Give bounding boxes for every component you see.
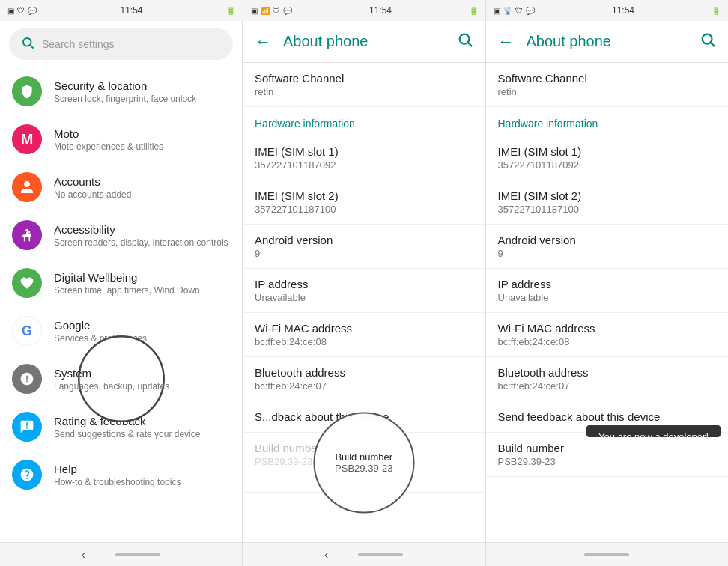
hardware-section-header-right: Hardware information (486, 107, 729, 136)
toast-notification: You are now a developer! (586, 425, 721, 437)
search-placeholder: Search settings (42, 38, 115, 50)
imei1-value-left: 357227101187092 (255, 159, 473, 171)
digital-icon (12, 268, 42, 298)
about-item-imei1-left[interactable]: IMEI (SIM slot 1) 357227101187092 (243, 136, 485, 180)
accessibility-title: Accessibility (54, 223, 230, 236)
about-item-ip-left[interactable]: IP address Unavailable (243, 269, 485, 313)
nav-indicator-about-right (584, 553, 629, 556)
main-content: Search settings Security & location Scre… (0, 21, 728, 566)
android-label-right: Android version (498, 234, 717, 246)
settings-item-system[interactable]: System Languages, backup, updates (0, 355, 242, 403)
software-channel-label-left: Software Channel (255, 72, 473, 85)
help-subtitle: How-to & troubleshooting topics (54, 477, 230, 487)
ip-label-left: IP address (255, 278, 473, 290)
bottom-nav-about-right (486, 542, 729, 566)
back-arrow-about-left[interactable]: ‹ (324, 548, 328, 562)
about-item-android-right[interactable]: Android version 9 (486, 225, 729, 269)
status-icons-right-left: 🔋 (226, 7, 235, 15)
about-item-imei2-right[interactable]: IMEI (SIM slot 2) 357227101187100 (486, 180, 729, 225)
about-panel-left: ← About phone Software Channel retin Har… (243, 21, 486, 566)
back-icon-left[interactable]: ← (255, 32, 271, 52)
accounts-text: Accounts No accounts added (54, 175, 230, 200)
battery-icon: 🔋 (226, 7, 235, 15)
bottom-nav-left: ‹ (0, 542, 242, 566)
svg-line-6 (711, 43, 715, 46)
imei1-value-right: 357227101187092 (498, 159, 717, 171)
about-title-right: About phone (527, 33, 688, 50)
help-icon (12, 460, 42, 490)
about-item-imei1-right[interactable]: IMEI (SIM slot 1) 357227101187092 (486, 136, 729, 180)
settings-item-moto[interactable]: M Moto Moto experiences & utilities (0, 115, 242, 163)
about-item-bluetooth-left[interactable]: Bluetooth address bc:ff:eb:24:ce:07 (243, 357, 485, 401)
settings-item-digital[interactable]: Digital Wellbeing Screen time, app timer… (0, 259, 242, 307)
message3-icon: 💬 (526, 7, 535, 15)
build-circle: Build number PSB29.39-23 (313, 412, 414, 513)
back-icon-right[interactable]: ← (498, 32, 515, 52)
wifi-icon: 📶 (261, 7, 270, 15)
about-item-software-channel-right[interactable]: Software Channel retin (486, 63, 729, 107)
settings-item-help[interactable]: Help How-to & troubleshooting topics (0, 451, 242, 499)
wifi-label-left: Wi-Fi MAC address (255, 322, 473, 335)
imei2-value-left: 357227101187100 (255, 204, 473, 215)
imei2-label-right: IMEI (SIM slot 2) (498, 189, 717, 202)
ip-value-left: Unavailable (255, 292, 473, 303)
settings-item-accessibility[interactable]: Accessibility Screen readers, display, i… (0, 211, 242, 259)
wifi-label-right: Wi-Fi MAC address (498, 322, 717, 335)
search-icon (21, 36, 34, 52)
system-icon (12, 364, 42, 394)
accessibility-text: Accessibility Screen readers, display, i… (54, 223, 230, 248)
sim2-icon: ▣ (251, 7, 258, 15)
about-list-left: Software Channel retin Hardware informat… (243, 63, 485, 542)
about-header-right: ← About phone (486, 21, 729, 63)
search-header-icon-left[interactable] (457, 31, 473, 52)
status-time-right: 11:54 (612, 5, 634, 16)
digital-subtitle: Screen time, app timers, Wind Down (54, 285, 230, 296)
about-item-android-left[interactable]: Android version 9 (243, 225, 485, 269)
svg-point-3 (459, 34, 469, 43)
about-item-wifi-right[interactable]: Wi-Fi MAC address bc:ff:eb:24:ce:08 (486, 313, 729, 357)
bluetooth-value-left: bc:ff:eb:24:ce:07 (255, 380, 473, 392)
about-item-build-right[interactable]: Build number PSB29.39-23 You are now a d… (486, 433, 729, 477)
status-section-right: ▣ 📡 🛡 💬 11:54 🔋 (485, 0, 728, 21)
about-item-software-channel-left[interactable]: Software Channel retin (243, 63, 485, 107)
battery3-icon: 🔋 (712, 7, 721, 15)
message-icon: 💬 (28, 7, 37, 15)
accessibility-subtitle: Screen readers, display, interaction con… (54, 237, 230, 248)
search-bar[interactable]: Search settings (9, 28, 233, 60)
status-time-center: 11:54 (369, 5, 392, 16)
build-circle-label: Build number (335, 451, 392, 463)
about-title-left: About phone (283, 33, 445, 50)
settings-item-security[interactable]: Security & location Screen lock, fingerp… (0, 67, 242, 115)
wifi-value-right: bc:ff:eb:24:ce:08 (498, 336, 717, 347)
search-header-icon-right[interactable] (700, 31, 716, 52)
settings-list: Security & location Screen lock, fingerp… (0, 67, 242, 542)
digital-title: Digital Wellbeing (54, 271, 230, 284)
accessibility-icon (12, 220, 42, 250)
rating-icon (12, 412, 42, 442)
rating-subtitle: Send suggestions & rate your device (54, 429, 230, 439)
svg-line-1 (30, 45, 33, 48)
about-item-wifi-left[interactable]: Wi-Fi MAC address bc:ff:eb:24:ce:08 (243, 313, 485, 357)
about-item-ip-right[interactable]: IP address Unavailable (486, 269, 729, 313)
about-item-bluetooth-right[interactable]: Bluetooth address bc:ff:eb:24:ce:07 (486, 357, 729, 401)
ip-value-right: Unavailable (498, 292, 717, 303)
status-icons-left: ▣ 🛡 💬 (7, 7, 37, 15)
status-section-left: ▣ 🛡 💬 11:54 🔋 (0, 0, 243, 21)
bluetooth-label-left: Bluetooth address (255, 366, 473, 379)
system-title: System (54, 367, 230, 380)
accounts-subtitle: No accounts added (54, 189, 230, 200)
about-item-build-left[interactable]: Build number PSB29.39-23 Build number PS… (243, 433, 485, 493)
status-section-center: ▣ 📶 🛡 💬 11:54 🔋 (243, 0, 485, 21)
imei2-label-left: IMEI (SIM slot 2) (255, 189, 473, 202)
imei2-value-right: 357227101187100 (498, 204, 717, 215)
about-item-imei2-left[interactable]: IMEI (SIM slot 2) 357227101187100 (243, 180, 485, 225)
moto-subtitle: Moto experiences & utilities (54, 142, 230, 152)
about-list-right: Software Channel retin Hardware informat… (486, 63, 729, 542)
svg-point-5 (703, 34, 712, 43)
settings-item-accounts[interactable]: Accounts No accounts added (0, 163, 242, 211)
accounts-title: Accounts (54, 175, 230, 188)
system-text: System Languages, backup, updates (54, 367, 230, 392)
status-icons-right-side: 🔋 (712, 7, 721, 15)
back-arrow-left[interactable]: ‹ (82, 548, 85, 562)
rating-text: Rating & feedback Send suggestions & rat… (54, 415, 230, 439)
